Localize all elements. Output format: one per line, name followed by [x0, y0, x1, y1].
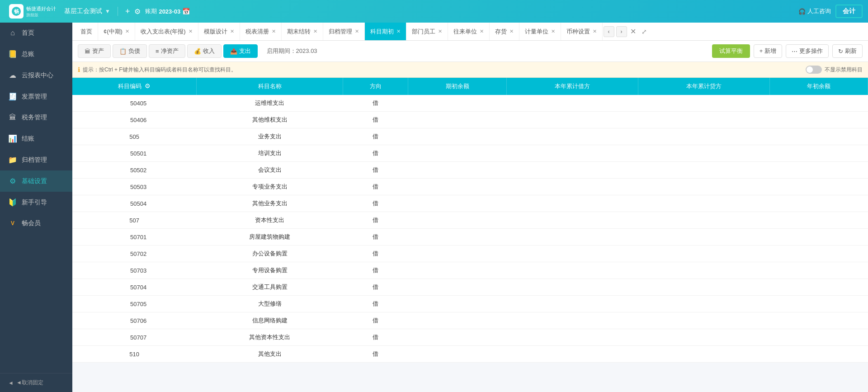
cell-debit: [506, 128, 638, 145]
top-bar-right: 🎧 人工咨询 会计: [798, 5, 863, 18]
tab-archive[interactable]: 归档管理 ✕: [323, 23, 365, 41]
tab-income[interactable]: 收入支出表(年报) ✕: [135, 23, 198, 41]
cell-debit: [506, 212, 638, 229]
sidebar-item-checkout[interactable]: 📊 结账: [0, 128, 72, 149]
tab-close-icon[interactable]: ✕: [593, 28, 597, 34]
add-button[interactable]: + 新增: [754, 44, 782, 58]
table-row[interactable]: 50707其他资本性支出借: [72, 329, 868, 346]
guide-icon: 🔰: [8, 198, 17, 207]
sidebar-item-invoice[interactable]: 🧾 发票管理: [0, 86, 72, 107]
subtab-income[interactable]: 💰 收入: [187, 44, 222, 58]
refresh-button[interactable]: ↻ 刷新: [832, 44, 863, 58]
cell-debit: [506, 95, 638, 112]
subtab-expenditure[interactable]: 📤 支出: [223, 44, 258, 58]
subtab-liability[interactable]: 📋 负债: [113, 44, 147, 58]
tab-close-icon[interactable]: ✕: [480, 28, 484, 34]
tab-period-end[interactable]: 期末结转 ✕: [282, 23, 323, 41]
table-row[interactable]: 507资本性支出借: [72, 212, 868, 229]
headphone-icon: 🎧: [798, 8, 806, 15]
table-row[interactable]: 50502会议支出借: [72, 162, 868, 179]
cell-year-balance: [769, 112, 868, 128]
sidebar-item-home[interactable]: ⌂ 首页: [0, 23, 72, 43]
table-row[interactable]: 50701房屋建筑物购建借: [72, 229, 868, 246]
calendar-icon[interactable]: 📅: [182, 8, 190, 15]
add-company-button[interactable]: +: [125, 7, 130, 16]
tab-partner[interactable]: 往来单位 ✕: [448, 23, 490, 41]
sidebar-item-label: 新手引导: [22, 198, 47, 207]
tab-expand-button[interactable]: ⤢: [639, 26, 650, 37]
tab-close-icon[interactable]: ✕: [551, 28, 555, 34]
subtab-net-asset[interactable]: ≡ 净资产: [149, 44, 185, 58]
tab-prev-button[interactable]: ‹: [604, 26, 614, 37]
tab-home[interactable]: 首页: [75, 23, 98, 41]
cell-credit: [638, 279, 769, 296]
table-row[interactable]: 50705大型修缮借: [72, 296, 868, 312]
cell-code: 505: [72, 128, 196, 145]
sidebar-item-archive[interactable]: 📁 归档管理: [0, 149, 72, 170]
table-row[interactable]: 50703专用设备购置借: [72, 262, 868, 279]
subtab-asset[interactable]: 🏛 资产: [78, 44, 111, 58]
sidebar-item-guide[interactable]: 🔰 新手引导: [0, 192, 72, 213]
table-row[interactable]: 50706信息网络购建借: [72, 312, 868, 329]
cell-balance: [408, 179, 506, 195]
tab-currency[interactable]: 币种设置 ✕: [561, 23, 603, 41]
table-row[interactable]: 505业务支出借: [72, 128, 868, 145]
sidebar-item-settings[interactable]: ⚙ 基础设置: [0, 170, 72, 192]
company-name[interactable]: 基层工会测试 ▼: [64, 7, 110, 15]
table-row[interactable]: 50501培训支出借: [72, 145, 868, 162]
account-button[interactable]: 会计: [835, 5, 863, 18]
tab-dept[interactable]: 部门员工 ✕: [406, 23, 448, 41]
tab-stock[interactable]: 存货 ✕: [490, 23, 519, 41]
tab-close-icon[interactable]: ✕: [230, 28, 234, 34]
tab-close-icon[interactable]: ✕: [396, 28, 401, 34]
cell-code: 50704: [72, 279, 196, 296]
cell-credit: [638, 112, 769, 128]
tab-close-icon[interactable]: ✕: [189, 28, 193, 34]
tab-next-button[interactable]: ›: [616, 26, 627, 37]
subject-table: 科目编码 ⚙ 科目名称 方向 期初余额 本年累计借方 本年累计贷方 年初余额 5: [72, 78, 868, 363]
sidebar-item-member[interactable]: V 畅会员: [0, 213, 72, 234]
table-row[interactable]: 50702办公设备购置借: [72, 246, 868, 262]
table-row[interactable]: 50704交通工具购置借: [72, 279, 868, 296]
table-row[interactable]: 50405运维维支出借: [72, 95, 868, 112]
tab-subject-label: 科目期初: [370, 28, 394, 36]
cell-credit: [638, 229, 769, 246]
sidebar-item-tax[interactable]: 🏛 税务管理: [0, 107, 72, 128]
table-row[interactable]: 50406其他维权支出借: [72, 112, 868, 128]
more-button[interactable]: ⋯ 更多操作: [786, 44, 829, 58]
cell-direction: 借: [343, 162, 408, 179]
disable-toggle[interactable]: [806, 66, 822, 74]
tab-close-icon[interactable]: ✕: [272, 28, 276, 34]
tab-close-icon[interactable]: ✕: [438, 28, 442, 34]
tab-template[interactable]: 模版设计 ✕: [198, 23, 240, 41]
tab-tax[interactable]: 税表清册 ✕: [240, 23, 282, 41]
cell-year-balance: [769, 128, 868, 145]
sidebar-item-reports[interactable]: ☁ 云报表中心: [0, 65, 72, 86]
service-button[interactable]: 🎧 人工咨询: [798, 7, 831, 15]
tab-period[interactable]: ¢(中期) ✕: [98, 23, 135, 41]
tab-close-icon[interactable]: ✕: [509, 28, 514, 34]
table-row[interactable]: 510其他支出借: [72, 346, 868, 363]
balance-button[interactable]: 试算平衡: [712, 44, 750, 58]
tab-subject[interactable]: 科目期初 ✕: [365, 23, 406, 41]
logo-icon: 畅: [9, 4, 24, 19]
cell-name: 办公设备购置: [196, 246, 343, 262]
settings-icon[interactable]: ⚙: [134, 7, 141, 16]
cell-year-balance: [769, 145, 868, 162]
table-row[interactable]: 50503专项业务支出借: [72, 179, 868, 195]
cell-balance: [408, 296, 506, 312]
sidebar-item-label: 基础设置: [22, 177, 47, 185]
tab-close-all-button[interactable]: ✕: [628, 26, 639, 37]
sidebar-item-ledger[interactable]: 📒 总账: [0, 43, 72, 65]
tab-close-icon[interactable]: ✕: [313, 28, 317, 34]
tab-close-icon[interactable]: ✕: [355, 28, 359, 34]
column-settings-icon[interactable]: ⚙: [145, 82, 151, 90]
sidebar-collapse-button[interactable]: ◄ ◄取消固定: [0, 373, 72, 392]
sidebar-item-label: 税务管理: [22, 113, 47, 122]
cell-year-balance: [769, 312, 868, 329]
tab-unit[interactable]: 计量单位 ✕: [519, 23, 561, 41]
cell-debit: [506, 112, 638, 128]
tab-close-icon[interactable]: ✕: [125, 28, 129, 34]
cell-name: 其他维权支出: [196, 112, 343, 128]
table-row[interactable]: 50504其他业务支出借: [72, 195, 868, 212]
